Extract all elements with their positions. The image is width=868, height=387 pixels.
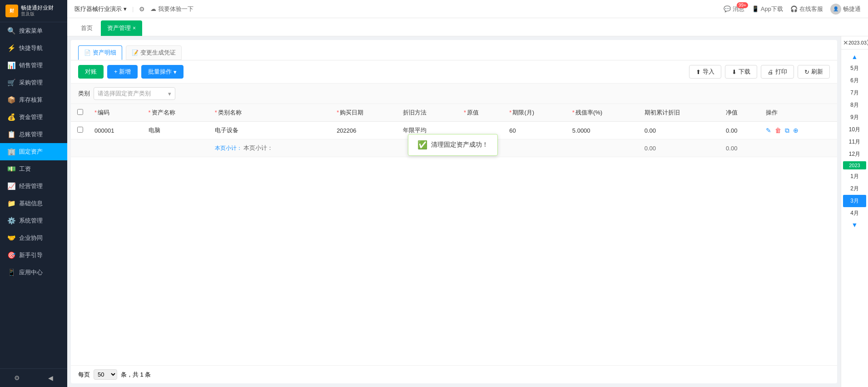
timeline-month-11[interactable]: 11月 [841, 136, 868, 148]
search-icon: 🔍 [7, 27, 15, 35]
timeline-month-1[interactable]: 1月 [841, 170, 868, 183]
message-badge: 99+ [737, 2, 748, 8]
company-selector[interactable]: 医疗器械行业演示 ▾ [74, 5, 127, 13]
sidebar-item-search[interactable]: 🔍 搜索菜单 [0, 22, 67, 40]
sales-icon: 📊 [7, 61, 15, 69]
timeline-month-2[interactable]: 2月 [841, 183, 868, 195]
sidebar-item-payroll[interactable]: 💵 工资 [0, 160, 67, 178]
refresh-button[interactable]: ↻ 刷新 [798, 65, 830, 79]
sidebar-item-finance[interactable]: 💰 资金管理 [0, 109, 67, 126]
ledger-icon: 📋 [7, 130, 15, 139]
category-select[interactable]: 请选择固定资产类别 ▾ [94, 87, 175, 100]
sidebar-item-label: 库存核算 [19, 96, 43, 104]
success-toast: ✅ 清理固定资产成功！ [408, 134, 498, 156]
service-icon: 🎧 [790, 5, 798, 12]
cell-category: 电子设备 [209, 122, 331, 139]
timeline-month-8[interactable]: 8月 [841, 99, 868, 111]
col-purchase-date: *购买日期 [331, 104, 397, 122]
sidebar-item-quick-nav[interactable]: ⚡ 快捷导航 [0, 40, 67, 57]
download-icon: 📱 [752, 5, 759, 12]
timeline-month-7[interactable]: 7月 [841, 87, 868, 99]
topbar-divider: | [132, 5, 134, 12]
edit-icon[interactable]: ✎ [766, 127, 771, 134]
settings-icon[interactable]: ⚙ [139, 5, 145, 13]
sidebar-item-system[interactable]: ⚙️ 系统管理 [0, 212, 67, 229]
col-depreciation-method: 折旧方法 [397, 104, 458, 122]
app-center-icon: 📱 [7, 268, 15, 277]
cell-name: 电脑 [143, 122, 209, 139]
message-icon: 💬 [724, 5, 731, 12]
subtab-change-voucher[interactable]: 📝 变更生成凭证 [126, 45, 182, 60]
app-version: 普及版 [21, 11, 54, 17]
tab-home[interactable]: 首页 [74, 20, 99, 36]
col-residual-rate: *残值率(%) [567, 104, 639, 122]
sidebar-item-label: 系统管理 [19, 217, 43, 225]
scroll-up-button[interactable]: ▲ [841, 51, 868, 62]
timeline-month-4[interactable]: 4月 [841, 207, 868, 219]
experience-btn[interactable]: ☁ 我要体验一下 [150, 5, 193, 13]
guide-icon: 🎯 [7, 251, 15, 259]
sidebar-item-inventory[interactable]: 📦 库存核算 [0, 91, 67, 109]
panel-close-button[interactable]: ✕ [843, 39, 848, 46]
timeline-month-9[interactable]: 9月 [841, 111, 868, 124]
cell-net-value: 0.00 [720, 122, 760, 139]
online-service-btn[interactable]: 🎧 在线客服 [790, 5, 823, 13]
sidebar-item-label: 采购管理 [19, 79, 43, 87]
more-icon[interactable]: ⊕ [793, 127, 799, 134]
timeline-month-5[interactable]: 5月 [841, 62, 868, 74]
app-download-btn[interactable]: 📱 App下载 [752, 5, 783, 13]
col-period: *期限(月) [504, 104, 567, 122]
timeline-month-3[interactable]: 3月 [843, 195, 866, 207]
purchase-icon: 🛒 [7, 79, 15, 87]
sidebar: 财 畅捷通好业财 普及版 🔍 搜索菜单 ⚡ 快捷导航 📊 销售管理 🛒 采购管理… [0, 0, 67, 387]
subtab-asset-detail[interactable]: 📄 资产明细 [78, 45, 122, 60]
sidebar-item-enterprise[interactable]: 🤝 企业协同 [0, 229, 67, 247]
content-area: 📄 资产明细 📝 变更生成凭证 对账 + 新增 批量操作 ▾ [67, 36, 868, 387]
col-code: *编码 [89, 104, 143, 122]
timeline-month-12[interactable]: 12月 [841, 148, 868, 160]
tab-close-icon[interactable]: × [133, 25, 136, 31]
reconcile-button[interactable]: 对账 [78, 65, 104, 79]
sidebar-item-operations[interactable]: 📈 经营管理 [0, 178, 67, 195]
sidebar-item-purchase[interactable]: 🛒 采购管理 [0, 74, 67, 91]
timeline-month-10[interactable]: 10月 [841, 124, 868, 136]
import-button[interactable]: ⬆ 导入 [689, 65, 721, 79]
sidebar-item-sales[interactable]: 📊 销售管理 [0, 57, 67, 74]
download-button[interactable]: ⬇ 下载 [725, 65, 757, 79]
select-all-checkbox[interactable] [77, 109, 83, 115]
enterprise-icon: 🤝 [7, 234, 15, 242]
avatar: 👤 [830, 4, 841, 15]
per-page-select[interactable]: 50 10 20 100 [94, 369, 117, 380]
filterbar: 类别 请选择固定资产类别 ▾ [71, 84, 837, 104]
row-checkbox[interactable] [77, 127, 83, 133]
tab-asset-management[interactable]: 资产管理 × [101, 20, 142, 36]
batch-button[interactable]: 批量操作 ▾ [141, 65, 184, 79]
quick-nav-icon: ⚡ [7, 44, 15, 52]
scroll-down-button[interactable]: ▼ [841, 219, 868, 230]
print-icon: 🖨 [768, 69, 774, 75]
delete-icon[interactable]: 🗑 [775, 127, 781, 134]
sidebar-item-label: 资金管理 [19, 113, 43, 121]
sidebar-settings-btn[interactable]: ⚙ [10, 372, 24, 383]
message-btn[interactable]: 💬 消息 99+ [724, 5, 744, 13]
sidebar-logo: 财 畅捷通好业财 普及版 [0, 0, 67, 22]
sidebar-item-ledger[interactable]: 📋 总账管理 [0, 126, 67, 143]
sidebar-collapse-btn[interactable]: ◀ [45, 372, 57, 383]
toolbar: 对账 + 新增 批量操作 ▾ ⬆ 导入 ⬇ 下载 [71, 60, 837, 84]
sidebar-item-basic-info[interactable]: 📁 基础信息 [0, 195, 67, 212]
finance-icon: 💰 [7, 113, 15, 121]
print-button[interactable]: 🖨 打印 [761, 65, 794, 79]
sidebar-item-fixed-assets[interactable]: 🏢 固定资产 [0, 143, 67, 160]
sidebar-item-label: 应用中心 [19, 268, 43, 277]
new-button[interactable]: + 新增 [107, 65, 138, 79]
right-panel: ✕ 2023.03 ⛶ ▲ 5月 6月 7月 8月 9月 10月 11月 12月… [841, 36, 868, 387]
timeline: ▲ 5月 6月 7月 8月 9月 10月 11月 12月 2023 1月 2月 … [841, 50, 868, 387]
timeline-month-6[interactable]: 6月 [841, 74, 868, 87]
fixed-assets-icon: 🏢 [7, 148, 15, 156]
copy-icon[interactable]: ⧉ [785, 127, 789, 134]
main-content: 医疗器械行业演示 ▾ | ⚙ ☁ 我要体验一下 💬 消息 99+ 📱 App下载… [67, 0, 868, 387]
sidebar-item-guide[interactable]: 🎯 新手引导 [0, 247, 67, 264]
user-profile[interactable]: 👤 畅捷通 [830, 4, 861, 15]
sidebar-item-app-center[interactable]: 📱 应用中心 [0, 264, 67, 281]
sidebar-item-label: 基础信息 [19, 199, 43, 208]
